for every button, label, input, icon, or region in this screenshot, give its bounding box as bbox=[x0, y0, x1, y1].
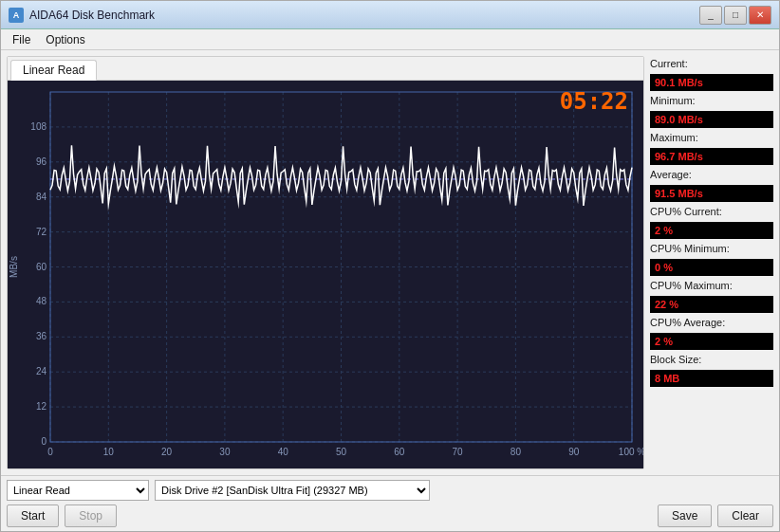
menu-options[interactable]: Options bbox=[38, 31, 92, 48]
window-title: AIDA64 Disk Benchmark bbox=[29, 9, 699, 22]
current-value: 90.1 MB/s bbox=[650, 74, 773, 91]
cpu-average-label: CPU% Average: bbox=[650, 317, 773, 328]
tab-linear-read[interactable]: Linear Read bbox=[10, 60, 97, 81]
main-content: Linear Read 05:22 Current: 90.1 MB/s Min… bbox=[1, 50, 779, 475]
test-select[interactable]: Linear Read Random Read Random Write Sui… bbox=[7, 480, 149, 501]
title-bar-buttons: _ □ ✕ bbox=[699, 6, 771, 25]
tab-bar: Linear Read bbox=[8, 57, 643, 81]
block-size-value: 8 MB bbox=[650, 370, 773, 387]
controls-row2: Start Stop Save Clear bbox=[7, 504, 773, 527]
save-button[interactable]: Save bbox=[658, 504, 712, 527]
stop-button[interactable]: Stop bbox=[65, 504, 117, 527]
chart-area: 05:22 bbox=[8, 81, 643, 468]
current-label: Current: bbox=[650, 58, 773, 69]
drive-select[interactable]: Disk Drive #2 [SanDisk Ultra Fit] (29327… bbox=[155, 480, 430, 501]
timer-display: 05:22 bbox=[560, 88, 628, 115]
cpu-current-value: 2 % bbox=[650, 222, 773, 239]
minimum-label: Minimum: bbox=[650, 95, 773, 106]
cpu-maximum-value: 22 % bbox=[650, 296, 773, 313]
menu-file[interactable]: File bbox=[5, 31, 38, 48]
minimize-button[interactable]: _ bbox=[699, 6, 722, 25]
maximum-value: 96.7 MB/s bbox=[650, 148, 773, 165]
cpu-minimum-label: CPU% Minimum: bbox=[650, 243, 773, 254]
average-value: 91.5 MB/s bbox=[650, 185, 773, 202]
start-button[interactable]: Start bbox=[7, 504, 59, 527]
block-size-label: Block Size: bbox=[650, 354, 773, 365]
maximize-button[interactable]: □ bbox=[724, 6, 747, 25]
stats-panel: Current: 90.1 MB/s Minimum: 89.0 MB/s Ma… bbox=[650, 56, 773, 469]
cpu-maximum-label: CPU% Maximum: bbox=[650, 280, 773, 291]
benchmark-chart bbox=[8, 81, 643, 468]
controls-row1: Linear Read Random Read Random Write Sui… bbox=[7, 480, 773, 501]
cpu-current-label: CPU% Current: bbox=[650, 206, 773, 217]
menu-bar: File Options bbox=[1, 29, 779, 50]
cpu-minimum-value: 0 % bbox=[650, 259, 773, 276]
average-label: Average: bbox=[650, 169, 773, 180]
main-window: A AIDA64 Disk Benchmark _ □ ✕ File Optio… bbox=[0, 0, 780, 532]
close-button[interactable]: ✕ bbox=[749, 6, 771, 25]
maximum-label: Maximum: bbox=[650, 132, 773, 143]
bottom-bar: Linear Read Random Read Random Write Sui… bbox=[1, 475, 779, 531]
cpu-average-value: 2 % bbox=[650, 333, 773, 350]
minimum-value: 89.0 MB/s bbox=[650, 111, 773, 128]
app-icon: A bbox=[9, 8, 24, 23]
title-bar: A AIDA64 Disk Benchmark _ □ ✕ bbox=[1, 1, 779, 29]
clear-button[interactable]: Clear bbox=[717, 504, 773, 527]
chart-section: Linear Read 05:22 bbox=[7, 56, 644, 469]
